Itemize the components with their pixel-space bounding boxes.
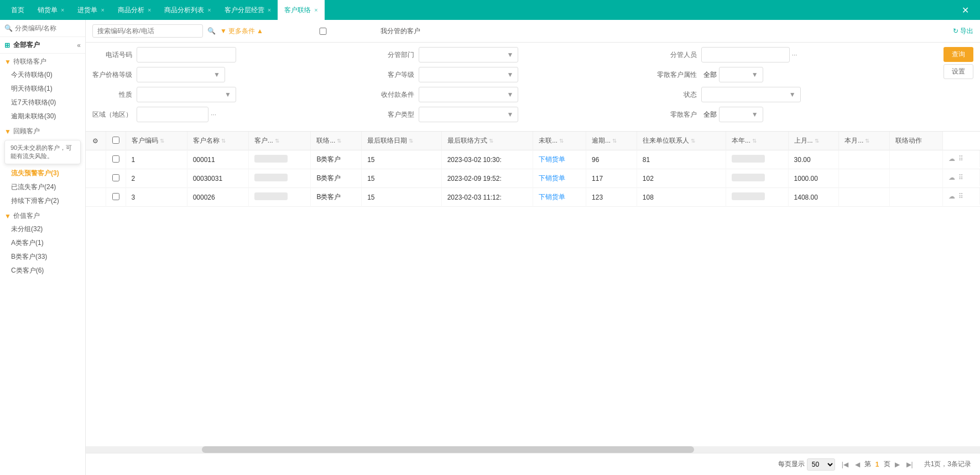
window-close-button[interactable]: ✕ (955, 5, 976, 15)
row-this-month (890, 188, 943, 207)
close-icon[interactable]: × (101, 7, 104, 13)
sidebar-item-class-b[interactable]: B类客户(33) (0, 250, 85, 264)
action-icon-more[interactable]: ⠿ (958, 174, 963, 181)
search-input[interactable] (92, 24, 203, 38)
sort-icon[interactable]: ⇅ (409, 138, 413, 144)
manager-dots[interactable]: ··· (790, 51, 800, 59)
sort-icon[interactable]: ⇅ (160, 138, 164, 144)
sort-icon[interactable]: ⇅ (752, 138, 757, 144)
sidebar-item-today-pending[interactable]: 今天待联络(0) (0, 68, 85, 82)
row-checkbox[interactable] (112, 174, 119, 181)
row-this-year: 1408.00 (788, 188, 839, 207)
close-icon[interactable]: × (207, 7, 211, 13)
sort-icon[interactable]: ⇅ (559, 138, 564, 144)
sort-icon[interactable]: ⇅ (612, 138, 617, 144)
row-checkbox-cell[interactable] (106, 150, 126, 169)
sidebar-item-class-a[interactable]: A类客户(1) (0, 236, 85, 250)
sort-icon[interactable]: ⇅ (815, 138, 819, 144)
row-checkbox-cell[interactable] (106, 188, 126, 207)
row-actions[interactable]: ☁ ⠿ (943, 169, 980, 186)
row-last-month (839, 169, 890, 188)
col-last-contact-method: 最后联络方式⇅ (441, 132, 533, 150)
action-icon-contact[interactable]: ☁ (948, 155, 955, 163)
sidebar-item-declining[interactable]: 持续下滑客户(2) (0, 194, 85, 208)
group-review-customers[interactable]: ▼ 回顾客户 (0, 123, 85, 138)
pagination-bar: 每页显示 50 100 |◀ ◀ 第 1 页 ▶ ▶| 共1页，3条记录 (86, 453, 980, 475)
sidebar-item-class-c[interactable]: C类客户(6) (0, 264, 85, 278)
last-page-button[interactable]: ▶| (904, 460, 915, 469)
sort-icon[interactable]: ⇅ (691, 138, 695, 144)
payment-select[interactable]: ▼ (419, 87, 518, 102)
sidebar-item-overdue-uncontacted[interactable]: 逾期未联络(30) (0, 109, 85, 123)
category-search-input[interactable] (15, 24, 86, 32)
export-button[interactable]: ↻ 导出 (953, 27, 973, 36)
manager-select[interactable] (701, 47, 790, 62)
sidebar-item-ungrouped[interactable]: 未分组(32) (0, 222, 85, 236)
settings-button[interactable]: 设置 (943, 64, 973, 79)
nature-select[interactable]: ▼ (137, 87, 236, 102)
retail-customer-select[interactable]: ▼ (719, 107, 763, 122)
query-button[interactable]: 查询 (943, 47, 973, 62)
sort-icon[interactable]: ⇅ (489, 138, 493, 144)
group-pending-contact[interactable]: ▼ 待联络客户 (0, 54, 85, 68)
sidebar-item-churn-warning[interactable]: 流失预警客户(3) (0, 166, 85, 180)
table-settings-col[interactable]: ⚙ (86, 132, 106, 150)
sidebar-item-already-churned[interactable]: 已流失客户(24) (0, 180, 85, 194)
next-page-button[interactable]: ▶ (893, 460, 902, 469)
nav-customer-contact[interactable]: 客户联络 × (278, 0, 324, 20)
action-icon-contact[interactable]: ☁ (948, 174, 955, 181)
retail-attr-select[interactable]: ▼ (719, 67, 763, 82)
nav-analysis-list[interactable]: 商品分析列表 × (158, 0, 217, 20)
my-customers-checkbox[interactable]: 我分管的客户 (268, 27, 420, 36)
sort-icon[interactable]: ⇅ (865, 138, 869, 144)
sort-icon[interactable]: ⇅ (221, 138, 226, 144)
table-header-row: ⚙ 客户编码⇅ 客户名称⇅ 客户...⇅ 联络...⇅ 最后联络日期⇅ 最后联络… (86, 132, 980, 150)
sort-icon[interactable]: ⇅ (275, 138, 279, 144)
action-icon-more[interactable]: ⠿ (958, 192, 963, 200)
close-icon[interactable]: × (314, 7, 317, 13)
close-icon[interactable]: × (268, 7, 271, 13)
nav-analysis[interactable]: 商品分析 × (111, 0, 158, 20)
prev-page-button[interactable]: ◀ (853, 460, 862, 469)
sidebar-item-tomorrow-pending[interactable]: 明天待联络(1) (0, 82, 85, 96)
row-last-contact-method[interactable]: 下销货单 (533, 150, 586, 169)
sidebar-item-7days-pending[interactable]: 近7天待联络(0) (0, 96, 85, 109)
my-customers-check[interactable] (268, 28, 378, 35)
sidebar-all-customers[interactable]: ⊞ 全部客户 « (0, 37, 85, 54)
row-last-contact-method[interactable]: 下销货单 (533, 188, 586, 207)
group-value-customers[interactable]: ▼ 价值客户 (0, 208, 85, 222)
per-page-select[interactable]: 50 100 (807, 458, 835, 471)
filter-search-icon[interactable]: 🔍 (207, 27, 216, 35)
row-last-contact-method[interactable]: 下销货单 (533, 169, 586, 188)
table-select-all-col[interactable] (106, 132, 126, 150)
nav-home[interactable]: 首页 (4, 0, 31, 20)
close-icon[interactable]: × (148, 7, 151, 13)
row-actions[interactable]: ☁ ⠿ (943, 188, 980, 205)
more-conditions-button[interactable]: ▼ 更多条件 ▲ (220, 27, 263, 36)
action-icon-contact[interactable]: ☁ (948, 192, 955, 200)
row-checkbox[interactable] (112, 193, 119, 200)
nav-sales[interactable]: 销货单 × (31, 0, 71, 20)
select-all-checkbox[interactable] (112, 137, 119, 144)
scrollbar-thumb[interactable] (202, 446, 694, 453)
row-checkbox[interactable] (112, 155, 119, 163)
row-actions[interactable]: ☁ ⠿ (943, 150, 980, 167)
nav-customer-tier[interactable]: 客户分层经营 × (218, 0, 278, 20)
horizontal-scrollbar[interactable] (86, 446, 980, 453)
action-icon-more[interactable]: ⠿ (958, 155, 963, 163)
price-grade-select[interactable]: ▼ (137, 67, 225, 82)
customer-type-select[interactable]: ▼ (419, 107, 518, 122)
nav-purchase[interactable]: 进货单 × (71, 0, 111, 20)
row-checkbox-cell[interactable] (106, 169, 126, 188)
sort-icon[interactable]: ⇅ (337, 138, 341, 144)
close-icon[interactable]: × (61, 7, 64, 13)
customer-grade-select[interactable]: ▼ (419, 67, 518, 82)
dept-select[interactable]: ▼ (419, 47, 518, 62)
status-select[interactable]: ▼ (701, 87, 801, 102)
col-last-month: 上月...⇅ (788, 132, 839, 150)
region-input[interactable] (137, 107, 208, 122)
collapse-icon[interactable]: « (77, 41, 81, 49)
region-dots[interactable]: ··· (208, 111, 218, 118)
phone-input[interactable] (137, 47, 236, 62)
first-page-button[interactable]: |◀ (840, 460, 851, 469)
